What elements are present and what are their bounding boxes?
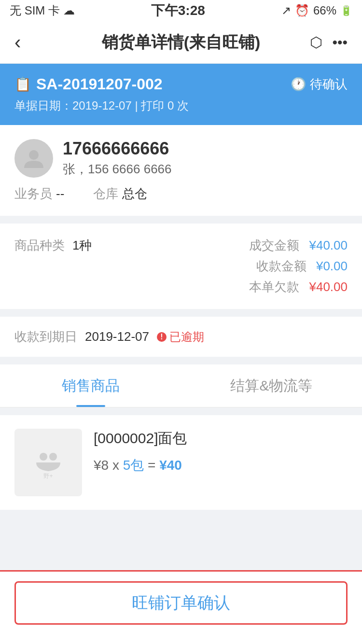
svg-point-1 — [40, 453, 47, 461]
overdue-icon: ! — [157, 332, 167, 342]
status-left: 无 SIM 卡 ☁ — [10, 3, 75, 18]
clock-icon: 🕐 — [291, 77, 306, 92]
svg-text:野+: 野+ — [43, 473, 53, 479]
order-header-card: 📋 SA-20191207-002 🕐 待确认 单据日期：2019-12-07 … — [0, 64, 362, 125]
equals-sign: = — [148, 458, 155, 473]
customer-phone: 17666666666 — [63, 139, 172, 159]
price-value: ¥8 — [94, 458, 109, 473]
quantity-value: 5包 — [123, 458, 144, 473]
summary-section: 商品种类 1种 成交金额 ¥40.00 收款金额 ¥0.00 本单欠款 ¥40.… — [0, 224, 362, 309]
status-time: 下午3:28 — [151, 1, 205, 20]
page-title: 销货单详情(来自旺铺) — [53, 31, 309, 54]
salesperson-label: 业务员 — [14, 185, 52, 202]
product-item: 野+ [0000002]面包 ¥8 x 5包 = ¥40 — [0, 415, 362, 510]
order-icon: 📋 — [14, 76, 31, 92]
nav-left: ‹ — [14, 31, 53, 53]
battery-icon: 🔋 — [340, 5, 352, 16]
multiply-sign: x — [112, 458, 119, 473]
debt-amount: ¥40.00 — [309, 280, 348, 294]
debt-label: 本单欠款 — [249, 279, 299, 295]
total-value: ¥40 — [159, 458, 182, 473]
status-bar: 无 SIM 卡 ☁ 下午3:28 ↗ ⏰ 66% 🔋 — [0, 0, 362, 21]
due-date-section: 收款到期日 2019-12-07 ! 已逾期 — [0, 317, 362, 357]
tabs-section: 销售商品 结算&物流等 — [0, 364, 362, 407]
overdue-text: 已逾期 — [169, 329, 204, 345]
battery-level: 66% — [313, 4, 336, 17]
order-date: 单据日期：2019-12-07 | 打印 0 次 — [14, 98, 348, 113]
kind-label: 商品种类 — [14, 237, 65, 254]
nav-bar: ‹ 销货单详情(来自旺铺) ⬡ ••• — [0, 21, 362, 64]
receipt-amount: ¥0.00 — [316, 259, 348, 274]
overdue-badge: ! 已逾期 — [157, 329, 204, 345]
product-price: ¥8 x 5包 = ¥40 — [94, 456, 348, 475]
deal-amount: ¥40.00 — [309, 238, 348, 253]
tab-products[interactable]: 销售商品 — [0, 364, 181, 407]
svg-point-2 — [49, 453, 57, 461]
share-icon[interactable]: ⬡ — [310, 34, 322, 51]
confirm-order-button[interactable]: 旺铺订单确认 — [14, 581, 348, 625]
bottom-bar: 旺铺订单确认 — [0, 570, 362, 644]
back-button[interactable]: ‹ — [14, 31, 21, 53]
nav-right: ⬡ ••• — [309, 34, 348, 51]
customer-section: 17666666666 张，156 6666 6666 业务员 -- 仓库 总仓 — [0, 125, 362, 216]
svg-point-0 — [29, 150, 39, 160]
product-name: [0000002]面包 — [94, 429, 348, 448]
alarm-icon: ⏰ — [295, 4, 309, 17]
receipt-label: 收款金额 — [256, 258, 306, 275]
tab-settlement[interactable]: 结算&物流等 — [181, 364, 362, 407]
location-icon: ↗ — [281, 4, 291, 17]
status-badge: 🕐 待确认 — [291, 76, 348, 93]
order-id: 📋 SA-20191207-002 — [14, 75, 163, 93]
sim-status: 无 SIM 卡 ☁ — [10, 3, 75, 18]
product-thumbnail: 野+ — [14, 429, 82, 496]
avatar — [14, 139, 53, 178]
salesperson-value: -- — [56, 186, 64, 201]
due-label: 收款到期日 — [14, 328, 77, 345]
more-icon[interactable]: ••• — [332, 34, 348, 51]
product-info: [0000002]面包 ¥8 x 5包 = ¥40 — [94, 429, 348, 475]
due-date-value: 2019-12-07 — [85, 329, 149, 344]
warehouse-value: 总仓 — [122, 185, 147, 202]
kind-value: 1种 — [72, 237, 92, 254]
deal-label: 成交金额 — [249, 237, 299, 254]
status-right: ↗ ⏰ 66% 🔋 — [281, 4, 352, 17]
customer-name: 张，156 6666 6666 — [63, 161, 172, 178]
warehouse-label: 仓库 — [93, 185, 118, 202]
